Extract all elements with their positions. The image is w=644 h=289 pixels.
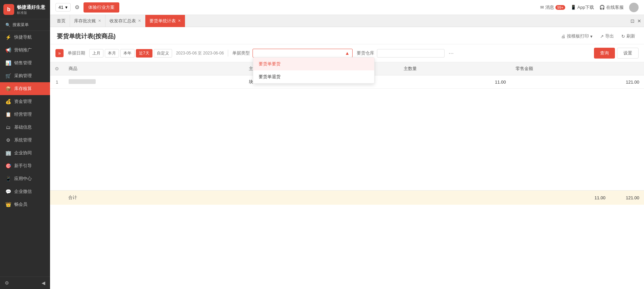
sidebar-item-purchase[interactable]: 🛒 采购管理 bbox=[0, 69, 50, 82]
table-footer: 合计 11.00 121.00 bbox=[50, 190, 644, 205]
tab-home[interactable]: 首页 bbox=[53, 15, 70, 27]
filter-type-section: 单据类型 ▲ 要货单要货 要货单退货 bbox=[232, 49, 353, 58]
print-btn[interactable]: 🖨 按模板打印 ▾ bbox=[559, 32, 595, 41]
sidebar-item-sales[interactable]: 📊 销售管理 bbox=[0, 57, 50, 69]
type-chevron-icon[interactable]: ▲ bbox=[345, 50, 350, 56]
date-btn-prev-month[interactable]: 上月 bbox=[89, 49, 103, 58]
dropdown-option-goods[interactable]: 要货单要货 bbox=[253, 58, 374, 70]
page-body: 要货单统计表(按商品) 🖨 按模板打印 ▾ ↗ 导出 ↻ 刷新 bbox=[50, 27, 644, 289]
company-selector[interactable]: 41 ▾ bbox=[55, 3, 71, 12]
app-center-icon: 📱 bbox=[5, 176, 11, 181]
sidebar-item-guide[interactable]: 🎯 新手引导 bbox=[0, 159, 50, 172]
finance-icon: 💰 bbox=[5, 99, 11, 104]
messages-btn[interactable]: ✉ 消息 99+ bbox=[540, 4, 565, 10]
tab-close-invoice[interactable]: ✕ bbox=[138, 19, 141, 23]
messages-icon: ✉ bbox=[540, 5, 544, 10]
sidebar-item-marketing[interactable]: 📢 营销推广 bbox=[0, 44, 50, 57]
row-product bbox=[64, 75, 244, 89]
sidebar-item-quick-nav[interactable]: ⚡ 快捷导航 bbox=[0, 31, 50, 44]
sidebar-item-inventory[interactable]: 📦 库存核算 bbox=[0, 82, 50, 95]
window-controls: ⊡ ✕ bbox=[630, 18, 641, 24]
page-header: 要货单统计表(按商品) 🖨 按模板打印 ▾ ↗ 导出 ↻ 刷新 bbox=[50, 27, 644, 44]
row-quantity: 11.00 bbox=[399, 75, 510, 89]
trial-btn[interactable]: 体验行业方案 bbox=[84, 2, 119, 13]
message-badge: 99+ bbox=[555, 5, 565, 10]
avatar[interactable] bbox=[629, 3, 639, 12]
col-quantity: 主数量 bbox=[399, 62, 510, 75]
topbar: 41 ▾ ⚙ 体验行业方案 ✉ 消息 99+ 📱 App下载 🎧 在线客服 bbox=[50, 0, 644, 15]
sidebar-item-enterprise[interactable]: 🏢 企业协同 bbox=[0, 147, 50, 159]
filter-expand-btn[interactable]: » bbox=[55, 49, 64, 57]
sidebar-item-wechat[interactable]: 💬 企业微信 bbox=[0, 185, 50, 198]
refresh-icon: ↻ bbox=[621, 34, 625, 39]
date-btn-custom[interactable]: 自定义 bbox=[154, 49, 172, 58]
window-restore-btn[interactable]: ⊡ bbox=[630, 18, 635, 24]
wechat-icon: 💬 bbox=[5, 189, 11, 194]
tab-invoice-summary[interactable]: 收发存汇总表 ✕ bbox=[105, 15, 145, 27]
filter-divider bbox=[228, 50, 228, 57]
dropdown-option-return[interactable]: 要货单退货 bbox=[253, 70, 374, 83]
company-name: 41 bbox=[58, 5, 63, 10]
type-label: 单据类型 bbox=[232, 50, 250, 56]
date-btn-last-7-days[interactable]: 近7天 bbox=[136, 49, 152, 58]
quick-nav-icon: ⚡ bbox=[5, 35, 11, 40]
settings-icon[interactable]: ⚙ bbox=[75, 4, 79, 10]
logo-area: b 畅捷通好生意 标准版 bbox=[0, 0, 50, 19]
export-icon: ↗ bbox=[600, 34, 604, 39]
tab-close-order[interactable]: ✕ bbox=[178, 19, 181, 23]
warehouse-label: 要货仓库 bbox=[357, 50, 374, 56]
system-icon: ⚙ bbox=[5, 137, 11, 143]
operations-icon: 📋 bbox=[5, 112, 11, 117]
row-num: 1 bbox=[50, 75, 64, 89]
filter-more-btn[interactable]: ··· bbox=[449, 50, 454, 57]
sidebar-item-app-center[interactable]: 📱 应用中心 bbox=[0, 172, 50, 185]
sidebar-collapse-btn[interactable]: ◀ bbox=[42, 280, 45, 286]
topbar-right: ✉ 消息 99+ 📱 App下载 🎧 在线客服 bbox=[540, 3, 639, 12]
sidebar-item-basic-info[interactable]: 🗂 基础信息 bbox=[0, 121, 50, 134]
print-chevron-icon: ▾ bbox=[590, 34, 593, 39]
tab-close-batch[interactable]: ✕ bbox=[98, 19, 101, 23]
app-download-btn[interactable]: 📱 App下载 bbox=[571, 4, 594, 10]
sidebar-item-vip[interactable]: 👑 畅会员 bbox=[0, 198, 50, 211]
summary-quantity: 11.00 bbox=[578, 195, 605, 200]
product-name-placeholder bbox=[69, 79, 96, 84]
main-content: 41 ▾ ⚙ 体验行业方案 ✉ 消息 99+ 📱 App下载 🎧 在线客服 bbox=[50, 0, 644, 289]
date-btn-this-month[interactable]: 本月 bbox=[105, 49, 119, 58]
date-range-text: 2023-05-06 至 2023-06-06 bbox=[176, 50, 224, 56]
table-settings-icon[interactable]: ⚙ bbox=[55, 66, 59, 71]
sidebar-item-system[interactable]: ⚙ 系统管理 bbox=[0, 134, 50, 147]
refresh-btn[interactable]: ↻ 刷新 bbox=[619, 32, 637, 41]
purchase-icon: 🛒 bbox=[5, 73, 11, 79]
online-service-btn[interactable]: 🎧 在线客服 bbox=[599, 4, 624, 10]
filter-bar: » 单据日期 上月 本月 本年 近7天 自定义 2023-05-06 至 202… bbox=[50, 44, 644, 62]
col-settings: ⚙ bbox=[50, 62, 64, 75]
export-btn[interactable]: ↗ 导出 bbox=[598, 32, 616, 41]
company-chevron-icon: ▾ bbox=[65, 5, 68, 10]
type-input[interactable] bbox=[256, 51, 343, 56]
warehouse-input[interactable] bbox=[380, 51, 442, 56]
search-menu[interactable]: 🔍 搜索菜单 bbox=[0, 19, 50, 31]
sidebar-item-operations[interactable]: 📋 经营管理 bbox=[0, 108, 50, 121]
summary-amount: 121.00 bbox=[612, 195, 639, 200]
filter-warehouse-section: 要货仓库 ··· bbox=[357, 49, 454, 58]
sales-icon: 📊 bbox=[5, 60, 11, 66]
window-close-btn[interactable]: ✕ bbox=[637, 18, 641, 24]
sidebar-settings-btn[interactable]: ⚙ bbox=[5, 280, 9, 286]
query-btn[interactable]: 查询 bbox=[594, 48, 615, 59]
page-header-actions: 🖨 按模板打印 ▾ ↗ 导出 ↻ 刷新 bbox=[559, 32, 637, 41]
col-amount: 零售金额 bbox=[511, 62, 644, 75]
page-container: 要货单统计表(按商品) 🖨 按模板打印 ▾ ↗ 导出 ↻ 刷新 bbox=[50, 27, 644, 289]
tab-batch[interactable]: 库存批次账 ✕ bbox=[70, 15, 105, 27]
tab-order-summary[interactable]: 要货单统计表 ✕ bbox=[145, 15, 185, 27]
warehouse-input-box bbox=[377, 49, 445, 58]
settings-btn[interactable]: 设置 bbox=[617, 48, 639, 59]
type-select-box[interactable]: ▲ 要货单要货 要货单退货 bbox=[253, 49, 353, 58]
type-dropdown: 要货单要货 要货单退货 bbox=[253, 57, 375, 84]
marketing-icon: 📢 bbox=[5, 47, 11, 53]
sidebar: b 畅捷通好生意 标准版 🔍 搜索菜单 ⚡ 快捷导航 📢 营销推广 📊 销售管理… bbox=[0, 0, 50, 289]
topbar-left: 41 ▾ ⚙ 体验行业方案 bbox=[55, 2, 119, 13]
app-download-icon: 📱 bbox=[571, 5, 576, 10]
print-icon: 🖨 bbox=[561, 34, 566, 39]
date-btn-this-year[interactable]: 本年 bbox=[120, 49, 135, 58]
sidebar-item-finance[interactable]: 💰 资金管理 bbox=[0, 95, 50, 108]
